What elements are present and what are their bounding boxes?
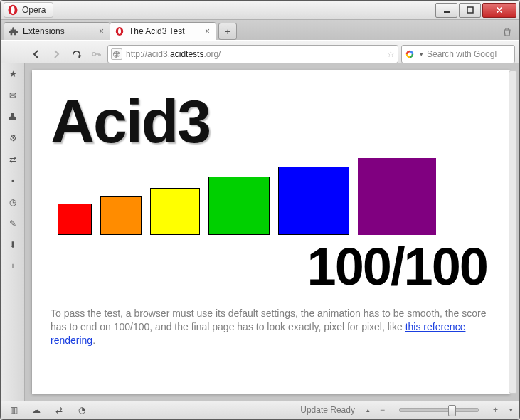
opera-menu-label: Opera [22, 5, 46, 15]
puzzle-icon [9, 26, 18, 36]
zoom-slider[interactable] [399, 408, 479, 412]
update-caret-icon[interactable]: ▴ [366, 406, 370, 414]
sync-button[interactable]: ☁ [30, 404, 43, 416]
forward-button[interactable] [48, 46, 65, 63]
browser-window: Opera Extensions × The [0, 0, 520, 420]
sidebar-chat[interactable]: ✎ [6, 217, 19, 230]
star-icon: ★ [9, 69, 17, 79]
acid3-color-boxes [58, 158, 492, 235]
tab-label: The Acid3 Test [129, 26, 199, 36]
chat-icon: ✎ [9, 219, 16, 229]
key-button[interactable] [87, 46, 105, 63]
sidebar-contacts[interactable]: 👤︎ [6, 110, 19, 123]
vertical-scrollbar[interactable] [509, 70, 517, 394]
sidebar-unite[interactable]: ⇄ [6, 153, 19, 166]
mail-icon: ✉ [9, 90, 16, 100]
tab-extensions[interactable]: Extensions × [4, 22, 110, 40]
arrow-right-icon [51, 48, 62, 60]
panel-toggle-button[interactable]: ▥ [7, 404, 20, 416]
closed-tabs-button[interactable] [499, 24, 515, 40]
sidebar-downloads[interactable]: ⬇ [6, 238, 19, 251]
reload-icon [71, 49, 82, 60]
svg-point-1 [11, 6, 14, 14]
search-placeholder: Search with Googl [427, 49, 497, 59]
opera-favicon-icon [115, 26, 124, 36]
search-engine-caret-icon[interactable]: ▾ [420, 51, 423, 58]
opera-menu-button[interactable]: Opera [4, 2, 53, 18]
viewport: Acid3 100/100 To pass the test, a browse… [25, 63, 519, 401]
acid3-heading: Acid3 [51, 86, 492, 157]
maximize-button[interactable] [459, 3, 481, 18]
bookmark-star-icon[interactable]: ☆ [387, 49, 395, 59]
turbo-button[interactable]: ◔ [75, 404, 88, 416]
svg-point-5 [118, 28, 121, 34]
tab-strip: Extensions × The Acid3 Test × + [1, 20, 519, 40]
svg-rect-3 [467, 7, 473, 13]
address-bar[interactable]: 🌐︎ http://acid3.acidtests.org/ ☆ [107, 45, 398, 63]
history-icon: ◷ [9, 197, 16, 207]
url-text: http://acid3.acidtests.org/ [126, 49, 221, 59]
key-icon [90, 48, 102, 60]
google-icon [405, 49, 415, 59]
color-box-green [208, 177, 270, 235]
tab-close-icon[interactable]: × [203, 27, 211, 36]
zoom-in-button[interactable]: + [493, 405, 498, 415]
sidebar-history[interactable]: ◷ [6, 196, 19, 209]
plus-icon: + [10, 261, 15, 271]
tab-label: Extensions [23, 26, 93, 36]
close-button[interactable] [482, 3, 516, 18]
svg-rect-2 [444, 11, 450, 13]
status-bar: ▥ ☁ ⇄ ◔ Update Ready ▴ − + ▾ [1, 401, 519, 419]
person-icon: 👤︎ [9, 112, 17, 122]
minimize-button[interactable] [435, 3, 457, 18]
page-content: Acid3 100/100 To pass the test, a browse… [32, 70, 510, 394]
sidebar-bookmarks[interactable]: ★ [6, 68, 19, 80]
acid3-score: 100/100 [51, 236, 487, 297]
cloud-icon: ☁ [32, 405, 41, 415]
trash-icon [502, 27, 512, 37]
zoom-caret-icon[interactable]: ▾ [509, 406, 513, 414]
share-icon: ⇄ [55, 405, 63, 415]
zoom-slider-handle[interactable] [448, 405, 456, 416]
zoom-out-button[interactable]: − [380, 405, 385, 415]
update-status[interactable]: Update Ready [300, 405, 355, 415]
tab-close-icon[interactable]: × [97, 27, 105, 36]
desc-text-after: . [92, 335, 95, 346]
color-box-purple [358, 158, 436, 235]
search-box[interactable]: ▾ Search with Googl [401, 45, 515, 63]
color-box-blue [278, 167, 349, 235]
back-button[interactable] [28, 46, 45, 63]
tab-acid3[interactable]: The Acid3 Test × [110, 22, 216, 40]
gauge-icon: ◔ [78, 405, 85, 415]
color-box-orange [100, 196, 142, 235]
arrow-left-icon [31, 48, 42, 60]
sidebar-mail[interactable]: ✉ [6, 89, 19, 102]
panel-icon: ▥ [10, 405, 18, 415]
window-controls [435, 3, 516, 18]
color-box-red [58, 204, 92, 235]
sidebar-notes[interactable]: ▪ [6, 174, 19, 187]
site-badge-icon: 🌐︎ [111, 48, 122, 60]
acid3-description: To pass the test, a browser must use its… [51, 307, 492, 347]
sidebar-settings[interactable]: ⚙ [6, 132, 19, 145]
svg-point-6 [92, 53, 96, 56]
sidebar-add[interactable]: + [6, 260, 19, 273]
download-icon: ⬇ [9, 240, 16, 250]
gear-icon: ⚙ [9, 133, 17, 143]
new-tab-button[interactable]: + [218, 23, 237, 40]
color-box-yellow [150, 188, 200, 235]
unite-button[interactable]: ⇄ [53, 404, 65, 416]
opera-logo-icon [7, 4, 18, 16]
titlebar: Opera [1, 1, 519, 20]
share-icon: ⇄ [9, 154, 16, 164]
reload-button[interactable] [68, 46, 85, 63]
note-icon: ▪ [11, 176, 14, 186]
content-area: ★ ✉ 👤︎ ⚙ ⇄ ▪ ◷ ✎ ⬇ + Acid3 [1, 63, 519, 401]
panel-sidebar: ★ ✉ 👤︎ ⚙ ⇄ ▪ ◷ ✎ ⬇ + [1, 63, 25, 401]
